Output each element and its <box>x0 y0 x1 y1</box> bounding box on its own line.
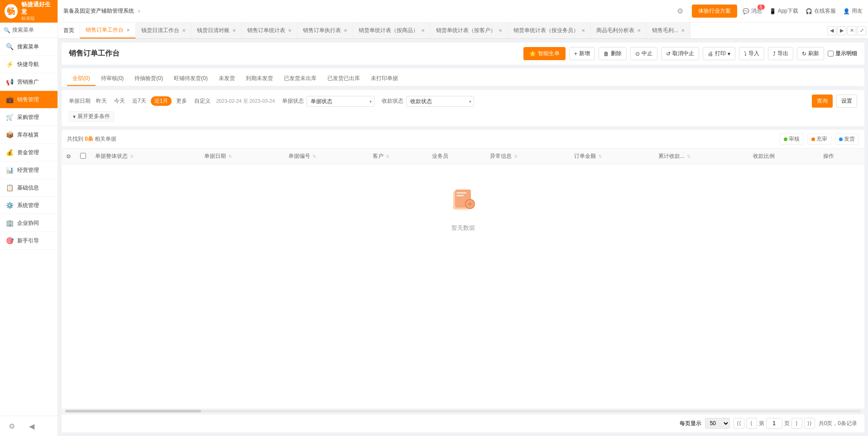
tabs-prev-btn[interactable]: ◀ <box>827 26 836 35</box>
tab-sales-workbench[interactable]: 销售订单工作台✕ <box>80 23 136 38</box>
sidebar-item-search[interactable]: 🔍搜索菜单 <box>0 38 58 56</box>
tab-close-sales-exec[interactable]: ✕ <box>344 28 347 33</box>
query-btn[interactable]: 查询 <box>812 95 833 108</box>
sidebar-item-guide[interactable]: 🎯新手引导 <box>0 232 58 250</box>
user-menu-btn[interactable]: 👤 用友 <box>843 7 863 15</box>
sidebar-item-purchase[interactable]: 🛒采购管理 <box>0 109 58 126</box>
page-total-info: 共0页，0条记录 <box>819 420 857 427</box>
tab-cash-daily[interactable]: 钱货日清工作台✕ <box>136 23 192 38</box>
payment-select[interactable]: 收款状态 <box>406 96 474 107</box>
tab-home[interactable]: 首页 <box>58 23 80 38</box>
show-detail-checkbox[interactable] <box>828 51 834 57</box>
refresh-btn[interactable]: ↻ 刷新 <box>797 47 824 60</box>
amount-sort-icon[interactable]: ⇅ <box>598 154 602 159</box>
sidebar-search[interactable]: 🔍 搜索菜单 <box>0 23 58 38</box>
message-btn[interactable]: 💬 消息 6 <box>743 7 762 15</box>
sidebar-item-quick-nav[interactable]: ⚡快捷导航 <box>0 56 58 73</box>
date-yesterday-btn[interactable]: 昨天 <box>93 96 110 106</box>
sub-tab-wangpu-ship[interactable]: 旺铺待发货(0) <box>168 72 213 86</box>
tab-close-sales-summary-staff[interactable]: ✕ <box>581 28 585 33</box>
sidebar-item-marketing[interactable]: 📢营销推广 <box>0 73 58 91</box>
smart-create-btn[interactable]: ⭐ 智能生单 <box>523 47 566 60</box>
tabs-maximize-btn[interactable]: ⤢ <box>857 26 866 35</box>
date-today-btn[interactable]: 今天 <box>111 96 128 106</box>
tab-close-sales-stats[interactable]: ✕ <box>288 28 292 33</box>
import-btn[interactable]: ⤵ 导入 <box>739 47 764 60</box>
delete-btn[interactable]: 🗑 删除 <box>599 47 627 60</box>
page-number-input[interactable] <box>766 418 782 429</box>
tab-sales-stats[interactable]: 销售订单统计表✕ <box>242 23 297 38</box>
review-action-btn[interactable]: 审核 <box>780 133 804 145</box>
tab-sales-summary-product[interactable]: 销货单统计表（按商品）✕ <box>353 23 431 38</box>
show-detail-label[interactable]: 显示明细 <box>828 50 857 57</box>
collected-sort-icon[interactable]: ⇅ <box>687 154 691 159</box>
customer-sort-icon[interactable]: ⇅ <box>386 154 389 159</box>
settings-btn[interactable]: 设置 <box>836 95 857 108</box>
sidebar-item-system[interactable]: ⚙️系统管理 <box>0 197 58 214</box>
cancel-review-action-btn[interactable]: 充审 <box>807 133 831 145</box>
tab-close-sales-workbench[interactable]: ✕ <box>126 28 130 33</box>
tab-close-cash-daily[interactable]: ✕ <box>182 28 186 33</box>
page-size-select[interactable]: 50 10 20 100 <box>705 418 730 429</box>
add-btn[interactable]: + 新增 <box>569 47 595 60</box>
tab-close-margin-analysis[interactable]: ✕ <box>637 28 641 33</box>
page-first-btn[interactable]: ⟨⟨ <box>734 418 744 429</box>
page-last-btn[interactable]: ⟩⟩ <box>804 418 815 429</box>
tabs-next-btn[interactable]: ▶ <box>837 26 846 35</box>
sidebar-item-inventory[interactable]: 📦库存核算 <box>0 126 58 144</box>
horizontal-scrollbar[interactable] <box>62 408 864 414</box>
select-all-checkbox[interactable] <box>80 153 86 159</box>
tab-close-sales-summary-customer[interactable]: ✕ <box>499 28 502 33</box>
sidebar-collapse-btn[interactable]: ◀ <box>24 420 40 432</box>
date-7days-btn[interactable]: 近7天 <box>129 96 149 106</box>
print-btn[interactable]: 🖨 打印 ▾ <box>703 47 735 60</box>
tab-margin-analysis[interactable]: 商品毛利分析表✕ <box>591 23 647 38</box>
expand-filter-btn[interactable]: ▾ 展开更多条件 <box>69 111 114 122</box>
sub-tab-shipped-not-out[interactable]: 已发货未出库 <box>278 72 322 86</box>
sidebar-item-operations[interactable]: 📊经营管理 <box>0 161 58 179</box>
page-prev-btn[interactable]: ⟨ <box>746 418 757 429</box>
tabs-close-btn[interactable]: ✕ <box>847 26 856 35</box>
sidebar-settings-btn[interactable]: ⚙ <box>4 420 20 432</box>
sub-tab-all[interactable]: 全部(0) <box>67 72 96 86</box>
sidebar-item-base-info[interactable]: 📋基础信息 <box>0 179 58 197</box>
scrollbar-thumb[interactable] <box>65 410 201 412</box>
tab-close-cash-reconcile[interactable]: ✕ <box>232 28 236 33</box>
number-sort-icon[interactable]: ⇅ <box>312 154 316 159</box>
status-select-wrap: 单据状态 <box>307 96 374 107</box>
sidebar-item-enterprise[interactable]: 🏢企业协同 <box>0 214 58 232</box>
sidebar-item-sales[interactable]: 💼销售管理 <box>0 91 58 109</box>
tab-sales-more[interactable]: 销售毛利...✕ <box>647 23 691 38</box>
sub-tab-overdue-unshipped[interactable]: 到期未发货 <box>240 72 278 86</box>
sub-tab-pending-check[interactable]: 待抽验货(0) <box>129 72 168 86</box>
sub-tab-unprinted[interactable]: 未打印单据 <box>365 72 403 86</box>
tab-label-margin-analysis: 商品毛利分析表 <box>596 27 634 34</box>
date-sort-icon[interactable]: ⇅ <box>228 154 232 159</box>
export-btn[interactable]: ⤴ 导出 <box>768 47 793 60</box>
sub-tab-unshipped[interactable]: 未发货 <box>213 72 240 86</box>
star-icon: ⭐ <box>529 51 536 57</box>
app-download-btn[interactable]: 📱 App下载 <box>769 7 798 15</box>
topbar-gear-btn[interactable]: ⚙ <box>674 5 686 18</box>
tab-close-sales-more[interactable]: ✕ <box>681 28 685 33</box>
online-service-btn[interactable]: 🎧 在线客服 <box>806 7 836 15</box>
sub-tab-pending-review[interactable]: 待审核(0) <box>96 72 129 86</box>
exception-sort-icon[interactable]: ⇅ <box>514 154 518 159</box>
sidebar-item-finance[interactable]: 💰资金管理 <box>0 144 58 161</box>
page-next-btn[interactable]: ⟩ <box>791 418 802 429</box>
status-sort-icon[interactable]: ⇅ <box>130 154 134 159</box>
date-more-btn[interactable]: 更多 <box>173 96 190 106</box>
status-select[interactable]: 单据状态 <box>307 96 374 107</box>
tab-sales-exec[interactable]: 销售订单执行表✕ <box>297 23 353 38</box>
date-custom-btn[interactable]: 自定义 <box>192 96 213 106</box>
cancel-stop-btn[interactable]: ↺ 取消中止 <box>661 47 699 60</box>
tab-cash-reconcile[interactable]: 钱货日清对账✕ <box>192 23 242 38</box>
ship-action-btn[interactable]: 发货 <box>835 133 859 145</box>
stop-btn[interactable]: ⊙ 中止 <box>630 47 657 60</box>
tab-sales-summary-staff[interactable]: 销货单统计表（按业务员）✕ <box>508 23 591 38</box>
date-1month-btn[interactable]: 近1月 <box>151 96 172 106</box>
tab-sales-summary-customer[interactable]: 销货单统计表（按客户）✕ <box>431 23 508 38</box>
sub-tab-shipped-out[interactable]: 已发货已出库 <box>322 72 365 86</box>
industry-solution-btn[interactable]: 体验行业方案 <box>692 5 737 18</box>
tab-close-sales-summary-product[interactable]: ✕ <box>421 28 425 33</box>
